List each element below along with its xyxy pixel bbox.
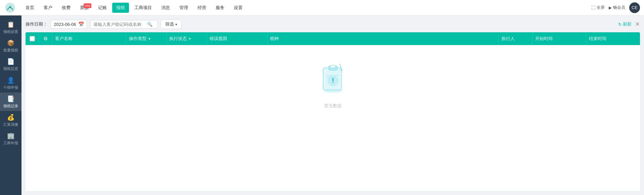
- sidebar-icon-个税申报: 👤: [7, 77, 14, 84]
- refresh-button[interactable]: ↻ 刷新: [618, 21, 632, 27]
- refresh-icon: ↻: [618, 22, 622, 27]
- nav-item-收费[interactable]: 收费: [58, 3, 75, 13]
- sidebar-item-批量报税[interactable]: 📦批量报税: [0, 37, 22, 55]
- th-executor-label: 执行人: [502, 36, 515, 42]
- empty-state: ! 暂无数据: [26, 45, 640, 122]
- th-start-time-label: 开始时间: [535, 36, 553, 42]
- date-label: 操作日期：: [26, 21, 47, 27]
- table-header: ⚙ 客户名称 操作类型 ▼ 执行状态 ▼ 错误股因 税种: [26, 32, 640, 45]
- sidebar-label-报税设置: 报税设置: [3, 30, 18, 34]
- date-value: 2023-06-06: [54, 22, 76, 27]
- filter-icon-operation[interactable]: ▼: [148, 37, 151, 41]
- select-all-checkbox[interactable]: [30, 36, 35, 41]
- badge-new: new: [84, 3, 91, 8]
- th-tax-type-label: 税种: [270, 36, 279, 42]
- sidebar-item-报税设置[interactable]: 📋报税设置: [0, 18, 22, 37]
- sidebar-item-报税记录[interactable]: 📑报税记录: [0, 92, 22, 111]
- sidebar-label-个税申报: 个税申报: [3, 85, 18, 90]
- th-client-name-label: 客户名称: [55, 36, 73, 42]
- date-input[interactable]: 2023-06-06 📅: [51, 20, 87, 29]
- nav-item-报税[interactable]: 报税: [112, 3, 129, 13]
- th-status: 执行状态 ▼: [167, 32, 207, 45]
- sidebar-item-个税申报[interactable]: 👤个税申报: [0, 74, 22, 92]
- nav-item-票据[interactable]: 票据new: [76, 3, 93, 13]
- empty-text: 暂无数据: [324, 103, 342, 109]
- search-box[interactable]: 🔍: [90, 20, 158, 29]
- top-navigation: 首页客户收费票据new记账报税工商项目消息管理经营服务设置 ⛶ 全屏 ▶ 畅会员…: [0, 0, 644, 15]
- th-checkbox[interactable]: [26, 32, 39, 45]
- app-logo[interactable]: [4, 2, 16, 14]
- main-content: 操作日期： 2023-06-06 📅 🔍 筛选 ▾ ↻ 刷新 ✕: [22, 15, 644, 195]
- th-operation-type-label: 操作类型: [129, 36, 146, 42]
- nav-items: 首页客户收费票据new记账报税工商项目消息管理经营服务设置: [22, 3, 591, 13]
- sidebar-item-汇算清缴[interactable]: 💰汇算清缴: [0, 111, 22, 129]
- filter-icon-status[interactable]: ▼: [188, 37, 191, 41]
- sidebar-icon-批量报税: 📦: [7, 39, 14, 47]
- sidebar-label-批量报税: 批量报税: [3, 48, 18, 52]
- nav-item-首页[interactable]: 首页: [22, 3, 38, 13]
- sidebar-icon-报税设置: 📋: [7, 21, 14, 28]
- th-end-time: 结束时间: [586, 32, 640, 45]
- search-icon: 🔍: [147, 22, 153, 27]
- avatar[interactable]: CE: [629, 2, 640, 13]
- svg-point-1: [9, 6, 11, 8]
- refresh-label: 刷新: [623, 21, 632, 27]
- nav-item-客户[interactable]: 客户: [40, 3, 56, 13]
- toolbar: 操作日期： 2023-06-06 📅 🔍 筛选 ▾ ↻ 刷新 ✕: [26, 20, 640, 29]
- sidebar-icon-汇算清缴: 💰: [7, 114, 14, 121]
- nav-item-消息[interactable]: 消息: [157, 3, 174, 13]
- nav-item-管理[interactable]: 管理: [175, 3, 192, 13]
- sidebar: 📋报税设置📦批量报税📄报税总览👤个税申报📑报税记录💰汇算清缴🏢工商年报: [0, 15, 22, 195]
- sidebar-icon-工商年报: 🏢: [7, 132, 14, 140]
- vip-button[interactable]: ▶ 畅会员: [609, 5, 625, 10]
- nav-item-记账[interactable]: 记账: [94, 3, 111, 13]
- vip-icon: ▶: [609, 5, 612, 10]
- vip-label: 畅会员: [613, 5, 625, 10]
- th-error-reason-label: 错误股因: [210, 36, 227, 42]
- toolbar-right: ↻ 刷新 ✕: [618, 21, 640, 28]
- avatar-initials: CE: [632, 5, 638, 10]
- th-tax-type: 税种: [267, 32, 499, 45]
- calendar-icon: 📅: [78, 22, 84, 27]
- empty-illustration: !: [316, 58, 350, 99]
- sidebar-label-报税总览: 报税总览: [3, 67, 18, 71]
- nav-item-服务[interactable]: 服务: [212, 3, 228, 13]
- th-end-time-label: 结束时间: [589, 36, 606, 42]
- sidebar-icon-报税总览: 📄: [7, 58, 14, 65]
- th-executor: 执行人: [499, 32, 532, 45]
- nav-item-设置[interactable]: 设置: [230, 3, 247, 13]
- top-nav-right: ⛶ 全屏 ▶ 畅会员 CE: [591, 2, 640, 13]
- sidebar-item-报税总览[interactable]: 📄报税总览: [0, 55, 22, 74]
- sidebar-label-汇算清缴: 汇算清缴: [3, 122, 18, 127]
- fullscreen-icon: ⛶: [591, 5, 595, 10]
- nav-item-经营[interactable]: 经营: [194, 3, 210, 13]
- th-operation-type: 操作类型 ▼: [126, 32, 167, 45]
- filter-label: 筛选: [165, 21, 174, 27]
- settings-icon: ⚙: [43, 36, 48, 42]
- th-error-reason: 错误股因: [207, 32, 267, 45]
- th-client-name: 客户名称: [52, 32, 126, 45]
- th-start-time: 开始时间: [532, 32, 586, 45]
- sidebar-icon-报税记录: 📑: [7, 95, 14, 103]
- main-layout: 📋报税设置📦批量报税📄报税总览👤个税申报📑报税记录💰汇算清缴🏢工商年报 操作日期…: [0, 15, 644, 195]
- close-button[interactable]: ✕: [635, 21, 640, 28]
- chevron-down-icon: ▾: [175, 23, 177, 26]
- sidebar-label-工商年报: 工商年报: [3, 141, 18, 145]
- table-container: ⚙ 客户名称 操作类型 ▼ 执行状态 ▼ 错误股因 税种: [26, 32, 640, 191]
- filter-button[interactable]: 筛选 ▾: [161, 20, 181, 29]
- search-input[interactable]: [93, 22, 147, 27]
- th-settings[interactable]: ⚙: [39, 32, 52, 45]
- sidebar-label-报税记录: 报税记录: [3, 104, 18, 108]
- svg-rect-5: [330, 65, 335, 68]
- fullscreen-button[interactable]: ⛶ 全屏: [591, 5, 605, 10]
- sidebar-item-工商年报[interactable]: 🏢工商年报: [0, 129, 22, 148]
- fullscreen-label: 全屏: [597, 5, 605, 10]
- nav-item-工商项目[interactable]: 工商项目: [130, 3, 156, 13]
- th-status-label: 执行状态: [169, 36, 187, 42]
